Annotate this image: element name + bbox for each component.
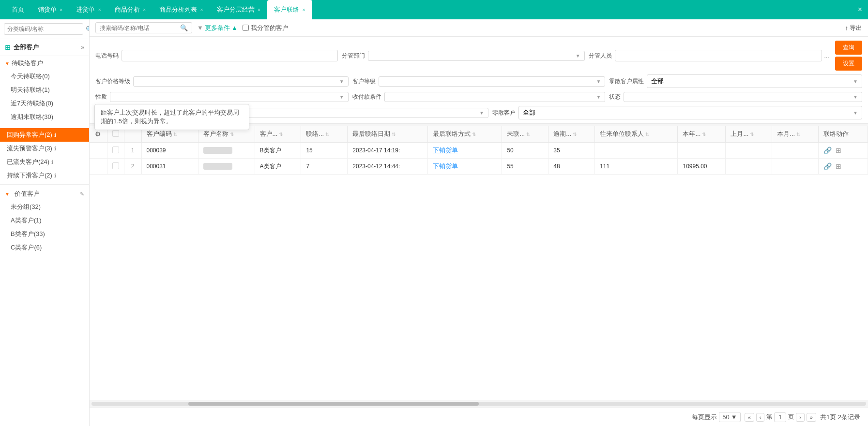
next-page-button[interactable]: › — [796, 413, 805, 422]
sidebar-search-icon[interactable]: 🔍 — [86, 26, 90, 33]
last-method-link[interactable]: 下销货单 — [433, 147, 458, 154]
query-button[interactable]: 查询 — [835, 41, 862, 55]
row-last-date: 2023-04-12 14:44: — [348, 159, 428, 175]
close-icon[interactable]: × — [258, 7, 260, 13]
dept-select[interactable]: ▼ — [368, 51, 584, 61]
close-icon[interactable]: × — [200, 7, 203, 13]
customer-level-select[interactable]: ▼ — [379, 76, 606, 87]
row-contact-person: 111 — [595, 159, 678, 175]
sort-icon[interactable]: ⇅ — [645, 132, 649, 137]
sort-icon[interactable]: ⇅ — [573, 132, 577, 137]
action-grid-icon[interactable]: ⊞ — [836, 147, 841, 154]
sort-icon[interactable]: ⇅ — [796, 132, 800, 137]
sidebar-item-7days[interactable]: 近7天待联络(0) — [0, 97, 89, 110]
blurred-name — [203, 147, 232, 154]
col-last-date: 最后联络日期 ⇅ — [348, 126, 428, 143]
sidebar-item-churn-warning[interactable]: 流失预警客户(3) ℹ — [0, 142, 89, 155]
close-icon[interactable]: × — [60, 7, 62, 13]
sort-icon[interactable]: ⇅ — [325, 132, 329, 137]
scroll-thumb[interactable] — [188, 402, 479, 406]
sidebar-item-c-class[interactable]: C类客户(6) — [0, 241, 89, 254]
dots-icon[interactable]: ... — [822, 52, 831, 59]
prev-page-button[interactable]: ‹ — [756, 413, 765, 422]
page-size-select[interactable]: 50 ▼ — [719, 412, 740, 422]
action-link-icon[interactable]: 🔗 — [823, 162, 832, 170]
sort-icon[interactable]: ⇅ — [230, 132, 234, 137]
close-icon[interactable]: × — [98, 7, 101, 13]
grid-icon: ⊞ — [5, 44, 11, 51]
collapse-icon[interactable]: » — [81, 44, 84, 51]
chevron-down-icon: ▼ — [853, 94, 858, 100]
sidebar-item-repurchase-anomaly[interactable]: 回购异常客户(2) ℹ — [0, 128, 89, 142]
arrow-icon: ▼ — [5, 191, 10, 197]
nav-home[interactable]: 首页 — [5, 0, 31, 19]
row-checkbox[interactable] — [112, 147, 119, 153]
export-button[interactable]: ↑ 导出 — [845, 24, 863, 32]
sidebar-item-declining[interactable]: 持续下滑客户(2) ℹ — [0, 169, 89, 182]
first-page-button[interactable]: « — [745, 413, 754, 422]
sort-icon[interactable]: ⇅ — [472, 132, 476, 137]
sidebar-item-a-class[interactable]: A类客户(1) — [0, 214, 89, 227]
row-checkbox[interactable] — [112, 162, 119, 169]
nav-sales[interactable]: 销货单 × — [31, 0, 69, 19]
sidebar-item-churned[interactable]: 已流失客户(24) ℹ — [0, 155, 89, 169]
col-type: 客户... ⇅ — [255, 126, 301, 143]
row-action: 🔗 ⊞ — [819, 159, 868, 175]
table-settings-button[interactable]: ⚙ — [95, 130, 101, 138]
phone-input[interactable] — [122, 50, 338, 61]
row-this-month — [772, 143, 819, 159]
close-icon[interactable]: × — [143, 7, 146, 13]
payment-select[interactable]: ▼ — [384, 92, 606, 102]
sidebar-item-ungroup[interactable]: 未分组(32) — [0, 200, 89, 214]
action-grid-icon[interactable]: ⊞ — [836, 162, 841, 170]
retail-attr-select[interactable]: 全部 ▼ — [647, 74, 862, 88]
retail-customer-select[interactable]: 全部 ▼ — [518, 106, 862, 119]
sidebar-all-customers[interactable]: ⊞ 全部客户 » — [0, 39, 89, 56]
my-customer-checkbox[interactable] — [243, 25, 249, 31]
page-nav: « ‹ 第 1 页 › » — [745, 412, 816, 422]
sort-icon[interactable]: ⇅ — [702, 132, 706, 137]
current-page-input[interactable]: 1 — [774, 412, 786, 422]
sidebar-group-pending[interactable]: ▼ 待联络客户 — [0, 56, 89, 70]
nav-customer-tier[interactable]: 客户分层经营 × — [210, 0, 267, 19]
sort-icon[interactable]: ⇅ — [392, 132, 396, 137]
sort-icon[interactable]: ⇅ — [279, 132, 283, 137]
search-icon[interactable]: 🔍 — [180, 24, 188, 31]
search-input-wrap: 🔍 — [95, 22, 192, 33]
price-level-select[interactable]: ▼ — [133, 76, 349, 87]
nav-product-analysis[interactable]: 商品分析 × — [108, 0, 152, 19]
sidebar-item-b-class[interactable]: B类客户(33) — [0, 227, 89, 241]
action-link-icon[interactable]: 🔗 — [823, 147, 832, 154]
more-filter-btn[interactable]: ▼ 更多条件 ▲ — [197, 24, 238, 32]
sidebar-divider — [0, 126, 89, 126]
horizontal-scrollbar[interactable] — [90, 400, 868, 408]
sort-icon[interactable]: ⇅ — [173, 132, 177, 137]
last-page-button[interactable]: » — [807, 413, 816, 422]
close-icon[interactable]: × — [302, 7, 305, 13]
sidebar-search-input[interactable] — [4, 23, 83, 35]
sidebar-item-today[interactable]: 今天待联络(0) — [0, 70, 89, 83]
row-code: 000031 — [141, 159, 198, 175]
nav-product-list[interactable]: 商品分析列表 × — [152, 0, 210, 19]
edit-icon[interactable]: ✎ — [80, 191, 84, 197]
chevron-down-icon: ▼ — [596, 94, 601, 100]
select-all-checkbox[interactable] — [112, 130, 119, 137]
filter-icon: ▼ — [197, 24, 203, 31]
manager-input[interactable] — [615, 50, 822, 61]
sidebar-item-tomorrow[interactable]: 明天待联络(1) — [0, 83, 89, 97]
sidebar-item-overdue[interactable]: 逾期未联络(30) — [0, 110, 89, 124]
sort-icon[interactable]: ⇅ — [750, 132, 754, 137]
customer-search-input[interactable] — [100, 25, 180, 31]
status-select[interactable]: ▼ — [624, 92, 862, 102]
sidebar-group-value[interactable]: ▼ 价值客户 ✎ — [0, 187, 89, 200]
nav-customer-contact[interactable]: 客户联络 × — [267, 0, 312, 19]
sort-icon[interactable]: ⇅ — [526, 132, 530, 137]
window-close-button[interactable]: × — [858, 5, 862, 14]
settings-button[interactable]: 设置 — [835, 57, 862, 71]
nature-select[interactable]: ▼ — [110, 92, 349, 102]
col-last-month: 上月... ⇅ — [726, 126, 772, 143]
blurred-name — [203, 163, 232, 170]
nav-purchase[interactable]: 进货单 × — [69, 0, 107, 19]
last-method-link[interactable]: 下销货单 — [433, 162, 458, 170]
filter-bar: 🔍 ▼ 更多条件 ▲ 我分管的客户 ↑ 导出 — [90, 19, 868, 37]
